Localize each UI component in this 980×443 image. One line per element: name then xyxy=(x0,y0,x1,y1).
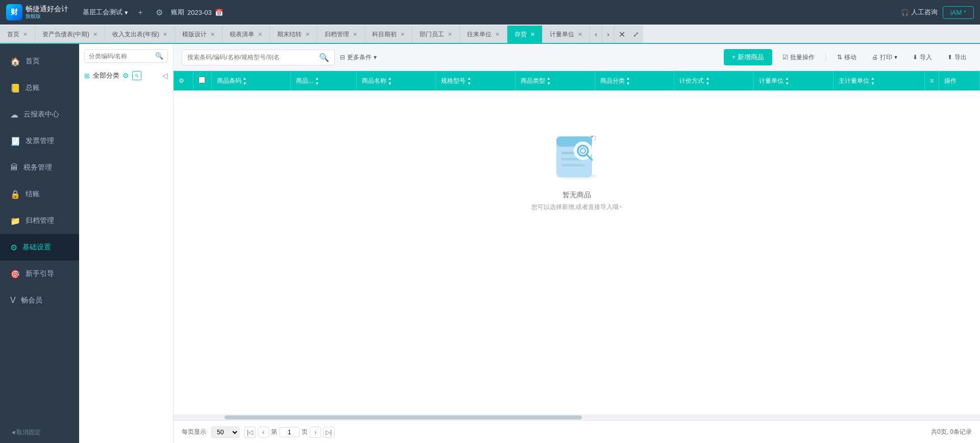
tab-close-all-btn[interactable]: ✕ xyxy=(615,26,629,43)
company-selector[interactable]: 基层工会测试 ▾ xyxy=(83,8,128,17)
sidebar-label-tax: 税务管理 xyxy=(23,163,52,172)
product-search-bar[interactable]: 🔍 xyxy=(182,50,335,65)
tab-contacts[interactable]: 往来单位 ✕ xyxy=(460,26,507,43)
add-product-button[interactable]: + 新增商品 xyxy=(724,49,772,65)
product-search-icon[interactable]: 🔍 xyxy=(319,53,329,62)
pagination: |◁ ‹ 第 页 › ▷| xyxy=(244,427,334,438)
edit-icon[interactable]: ✎ xyxy=(132,71,141,80)
page-last-btn[interactable]: ▷| xyxy=(323,427,334,438)
sidebar-item-home[interactable]: 🏠 首页 xyxy=(0,48,79,75)
add-tab-icon[interactable]: ＋ xyxy=(133,5,148,20)
tab-dept-staff[interactable]: 部门员工 ✕ xyxy=(412,26,460,43)
tab-prev-btn[interactable]: ‹ xyxy=(590,26,602,43)
right-panel: 🔍 ⊟ 更多条件 ▾ + 新增商品 ☑ 批量操作 | xyxy=(174,44,980,443)
export-icon: ⬆ xyxy=(947,54,952,61)
settings-icon[interactable]: ⚙ xyxy=(153,6,166,19)
page-first-btn[interactable]: |◁ xyxy=(244,427,256,438)
print-button[interactable]: 🖨 打印 ▾ xyxy=(867,50,902,65)
tab-close-inventory[interactable]: ✕ xyxy=(530,31,535,38)
filter-button[interactable]: ⊟ 更多条件 ▾ xyxy=(340,53,377,62)
category-settings-icon[interactable]: ⚙ xyxy=(122,72,129,80)
app-title: 畅捷通好会计 xyxy=(26,5,68,13)
tab-income-statement[interactable]: 收入支出表(年报) ✕ xyxy=(105,26,175,43)
sidebar-item-close-account[interactable]: 🔒 结账 xyxy=(0,181,79,207)
table-header-row: ⚙ 商品条码▲▼ 商品...▲▼ 商品名称▲▼ 规格型号▲▼ 商品类型▲▼ 商品… xyxy=(174,71,980,90)
tab-inventory[interactable]: 存货 ✕ xyxy=(507,26,543,43)
sidebar-item-reports[interactable]: ☁ 云报表中心 xyxy=(0,101,79,128)
tab-close-subject[interactable]: ✕ xyxy=(400,31,405,38)
tab-period-carry[interactable]: 期末结转 ✕ xyxy=(270,26,317,43)
sidebar-item-archive[interactable]: 📁 归档管理 xyxy=(0,207,79,234)
page-prev-btn[interactable]: ‹ xyxy=(258,427,269,438)
tab-close-tax[interactable]: ✕ xyxy=(258,31,262,38)
product-table: ⚙ 商品条码▲▼ 商品...▲▼ 商品名称▲▼ 规格型号▲▼ 商品类型▲▼ 商品… xyxy=(174,71,980,242)
tab-subject-init[interactable]: 科目期初 ✕ xyxy=(365,26,412,43)
sidebar: 🏠 首页 📒 总账 ☁ 云报表中心 🧾 发票管理 🏛 税务管理 🔒 结账 📁 归… xyxy=(0,44,79,443)
sidebar-item-member[interactable]: V 畅会员 xyxy=(0,287,79,314)
tab-unit[interactable]: 计量单位 ✕ xyxy=(543,26,590,43)
sidebar-label-member: 畅会员 xyxy=(21,296,42,305)
tab-close-homepage[interactable]: ✕ xyxy=(23,31,28,38)
home-icon: 🏠 xyxy=(10,57,20,66)
sidebar-item-guide[interactable]: 🎯 新手引导 xyxy=(0,261,79,287)
tab-close-dept[interactable]: ✕ xyxy=(448,31,452,38)
sidebar-collapse-btn[interactable]: ◄取消固定 xyxy=(0,422,79,443)
category-search-input[interactable] xyxy=(89,53,152,60)
scrollbar-thumb[interactable] xyxy=(225,415,582,419)
sep1: | xyxy=(825,53,827,62)
tab-close-template[interactable]: ✕ xyxy=(210,31,215,38)
tab-expand-btn[interactable]: ⤢ xyxy=(629,26,643,43)
folder-icon: 📁 xyxy=(10,216,20,226)
top-actions: 🎧 人工咨询 iAM * xyxy=(901,6,974,19)
top-bar: 财 畅捷通好会计 旗舰版 基层工会测试 ▾ ＋ ⚙ 账期 2023-03 📅 🎧… xyxy=(0,0,980,25)
sidebar-item-invoice[interactable]: 🧾 发票管理 xyxy=(0,128,79,154)
sidebar-item-settings[interactable]: ⚙ 基础设置 xyxy=(0,234,79,261)
empty-desc: 您可以选择新增,或者直接导入哦~ xyxy=(531,203,622,212)
tab-archive[interactable]: 归档管理 ✕ xyxy=(317,26,365,43)
export-button[interactable]: ⬆ 导出 xyxy=(942,50,972,65)
move-button[interactable]: ⇅ 移动 xyxy=(832,50,862,65)
per-page-select[interactable]: 50 20 100 xyxy=(211,427,239,438)
product-search-input[interactable] xyxy=(187,54,316,61)
tab-close-archive[interactable]: ✕ xyxy=(353,31,357,38)
toolbar: 🔍 ⊟ 更多条件 ▾ + 新增商品 ☑ 批量操作 | xyxy=(174,44,980,71)
content-area: 🔍 ⊞ 全部分类 ⚙ ✎ ◁ 🔍 xyxy=(79,44,980,443)
sidebar-item-ledger[interactable]: 📒 总账 xyxy=(0,75,79,101)
calendar-icon[interactable]: 📅 xyxy=(215,9,223,16)
col-more[interactable]: ≡ xyxy=(924,71,939,90)
empty-title: 暂无商品 xyxy=(562,191,591,200)
tab-next-btn[interactable]: › xyxy=(602,26,615,43)
per-page-label: 每页显示 xyxy=(182,428,206,436)
page-next-btn[interactable]: › xyxy=(310,427,321,438)
headset-icon: 🎧 xyxy=(901,9,909,16)
page-number-input[interactable] xyxy=(279,427,300,437)
col-type: 商品类型▲▼ xyxy=(516,71,595,90)
total-records: 共0页, 0条记录 xyxy=(931,428,972,436)
tab-template-design[interactable]: 模版设计 ✕ xyxy=(175,26,223,43)
tab-balance-sheet[interactable]: 资产负债表(中期) ✕ xyxy=(35,26,105,43)
category-search-icon[interactable]: 🔍 xyxy=(155,52,163,60)
collapse-icon[interactable]: ◁ xyxy=(162,72,168,80)
tab-close-contacts[interactable]: ✕ xyxy=(495,31,500,38)
category-header: ⊞ 全部分类 ⚙ ✎ ◁ xyxy=(79,68,173,83)
col-checkbox[interactable] xyxy=(193,71,211,90)
tab-homepage[interactable]: 首页 ✕ xyxy=(0,26,35,43)
tab-bar: 首页 ✕ 资产负债表(中期) ✕ 收入支出表(年报) ✕ 模版设计 ✕ 税表清单… xyxy=(0,25,980,44)
batch-operation-button[interactable]: ☑ 批量操作 xyxy=(777,50,820,65)
tab-close-balance[interactable]: ✕ xyxy=(93,31,97,38)
tab-close-unit[interactable]: ✕ xyxy=(578,31,582,38)
horizontal-scrollbar[interactable] xyxy=(174,414,980,421)
tab-close-income[interactable]: ✕ xyxy=(163,31,167,38)
tab-close-carry[interactable]: ✕ xyxy=(305,31,310,38)
import-button[interactable]: ⬇ 导入 xyxy=(908,50,937,65)
account-button[interactable]: iAM * xyxy=(943,6,974,19)
service-button[interactable]: 🎧 人工咨询 xyxy=(901,8,938,17)
tab-tax-list[interactable]: 税表清单 ✕ xyxy=(223,26,270,43)
category-search-box[interactable]: 🔍 xyxy=(84,49,168,63)
select-all-checkbox[interactable] xyxy=(199,77,205,83)
col-settings[interactable]: ⚙ xyxy=(174,71,193,90)
print-icon: 🖨 xyxy=(872,54,878,61)
invoice-icon: 🧾 xyxy=(10,136,20,146)
sidebar-item-tax[interactable]: 🏛 税务管理 xyxy=(0,154,79,181)
ledger-icon: 📒 xyxy=(10,83,20,93)
